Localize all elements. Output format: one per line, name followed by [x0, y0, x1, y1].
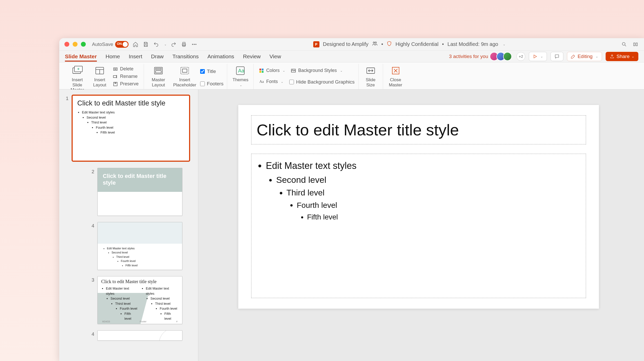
layout-thumbnail-4a[interactable]: Edit Master text styles Second level Thi…: [97, 222, 182, 270]
share-button[interactable]: Share ⌄: [606, 52, 638, 61]
ribbon-group-close: Close Master: [383, 64, 408, 89]
svg-rect-21: [182, 69, 187, 72]
slide-size-button[interactable]: Slide Size ⌄: [362, 64, 379, 92]
layout-thumbnail-4b[interactable]: [97, 330, 182, 341]
share-people-icon[interactable]: [372, 41, 378, 48]
slide-size-icon: [365, 65, 376, 76]
thumb-number: 4: [89, 330, 94, 337]
layout-thumb-row: 4 Edit Master text styles Second level T…: [63, 222, 194, 270]
activities-link[interactable]: 3 activities for you: [449, 54, 488, 59]
slide-editor-area[interactable]: Click to edit Master title style Edit Ma…: [198, 89, 644, 361]
colors-icon: [259, 68, 264, 73]
maximize-window-button[interactable]: [81, 42, 86, 47]
minimize-window-button[interactable]: [73, 42, 78, 47]
present-button[interactable]: ⌄: [529, 52, 547, 61]
more-icon[interactable]: [191, 41, 198, 48]
thumb-number: 1: [63, 95, 69, 101]
editing-dropdown-caret[interactable]: ⌄: [596, 55, 598, 58]
more-presence-badge[interactable]: +2: [516, 52, 525, 61]
background-icon: [291, 68, 296, 73]
tab-insert[interactable]: Insert: [129, 51, 142, 62]
search-icon[interactable]: [621, 41, 628, 48]
svg-point-4: [194, 44, 195, 45]
presence-avatars[interactable]: [492, 52, 512, 61]
background-styles-button[interactable]: Background Styles⌄: [289, 67, 354, 74]
editing-mode-button[interactable]: Editing ⌄: [567, 52, 602, 61]
delete-icon: [113, 67, 118, 72]
ribbon-group-master-layout: Master Layout ⌄ Insert Placeholder ⌄ Tit…: [144, 64, 227, 89]
print-icon[interactable]: [181, 41, 187, 48]
svg-point-3: [192, 44, 193, 45]
colors-fonts-stack: Colors⌄ AaFonts⌄: [257, 64, 287, 85]
document-title[interactable]: Designed to Amplify: [323, 41, 369, 47]
close-window-button[interactable]: [64, 42, 69, 47]
save-icon[interactable]: [142, 41, 149, 48]
svg-point-5: [196, 44, 196, 45]
avatar-3[interactable]: [503, 52, 512, 61]
sensitivity-label[interactable]: Highly Confidential: [395, 41, 438, 47]
autosave-toggle[interactable]: AutoSave ON: [92, 41, 129, 48]
tabbar-right: 3 activities for you +2 ⌄ Editing ⌄: [449, 52, 638, 61]
layout-thumbnail-2[interactable]: Click to edit Master title style: [97, 168, 182, 216]
svg-text:Aa: Aa: [238, 68, 245, 73]
svg-point-7: [375, 42, 377, 44]
last-modified-dropdown[interactable]: ⌄: [503, 43, 505, 46]
master-title-text[interactable]: Click to edit Master title style: [257, 121, 581, 139]
last-modified-label[interactable]: Last Modified: 9m ago: [447, 41, 498, 47]
ribbon-group-size: Slide Size ⌄: [359, 64, 383, 89]
body-placeholder[interactable]: Edit Master text styles Second level Thi…: [251, 154, 586, 298]
layout-thumbnail-3[interactable]: Click to edit Master title style Edit Ma…: [97, 276, 182, 324]
title-checkbox[interactable]: Title: [200, 68, 223, 75]
insert-placeholder-button[interactable]: Insert Placeholder ⌄: [172, 64, 198, 92]
collapse-ribbon-icon[interactable]: [632, 41, 639, 48]
thumbnail-panel[interactable]: 1 Click to edit Master title style Edit …: [59, 89, 198, 361]
slide-canvas[interactable]: Click to edit Master title style Edit Ma…: [238, 105, 599, 309]
master-bullet-list[interactable]: Edit Master text styles Second level Thi…: [257, 159, 580, 223]
autosave-switch[interactable]: ON: [115, 41, 129, 48]
present-dropdown-caret[interactable]: ⌄: [540, 55, 543, 58]
tab-draw[interactable]: Draw: [151, 51, 164, 62]
fonts-button[interactable]: AaFonts⌄: [257, 78, 287, 85]
placeholder-icon: [179, 65, 190, 76]
thumb-bullets: Edit Master text styles Second level Thi…: [77, 110, 184, 135]
footers-checkbox[interactable]: Footers: [200, 80, 223, 88]
insert-layout-button[interactable]: Insert Layout: [91, 64, 109, 87]
colors-button[interactable]: Colors⌄: [257, 67, 287, 74]
delete-button[interactable]: Delete: [111, 65, 140, 72]
close-master-button[interactable]: Close Master: [387, 64, 405, 87]
redo-icon[interactable]: [170, 41, 177, 48]
undo-dropdown-caret[interactable]: ⌄: [164, 43, 167, 46]
tab-view[interactable]: View: [269, 51, 281, 62]
master-thumbnail[interactable]: Click to edit Master title style Edit Ma…: [72, 95, 190, 162]
close-icon: [390, 65, 401, 76]
master-layout-button[interactable]: Master Layout ⌄: [148, 64, 169, 92]
tab-transitions[interactable]: Transitions: [172, 51, 199, 62]
preserve-icon: [113, 81, 118, 87]
app-window: AutoSave ON ⌄ P Designed to Amplify • Hi…: [59, 38, 644, 361]
separator-dot: •: [381, 41, 383, 47]
title-placeholder[interactable]: Click to edit Master title style: [251, 115, 586, 144]
tab-review[interactable]: Review: [243, 51, 261, 62]
preserve-button[interactable]: Preserve: [111, 80, 140, 87]
tab-animations[interactable]: Animations: [207, 51, 234, 62]
home-icon[interactable]: [132, 41, 139, 48]
svg-rect-24: [259, 69, 261, 70]
comments-button[interactable]: [550, 52, 563, 61]
insert-slide-master-button[interactable]: Insert Slide Master: [66, 64, 88, 93]
undo-icon[interactable]: [153, 41, 159, 48]
themes-button[interactable]: Aa Themes ⌄: [231, 64, 250, 87]
svg-rect-27: [262, 71, 264, 73]
rename-button[interactable]: Rename: [111, 73, 140, 80]
slide-master-icon: [72, 65, 83, 76]
tab-slide-master[interactable]: Slide Master: [65, 51, 97, 62]
placeholder-checkboxes: Title Footers: [200, 64, 223, 88]
svg-rect-20: [181, 67, 189, 74]
background-stack: Background Styles⌄ Hide Background Graph…: [289, 64, 354, 86]
share-label: Share: [616, 54, 630, 59]
tab-home[interactable]: Home: [106, 51, 120, 62]
layout-thumb-row: 3 Click to edit Master title style Edit …: [63, 276, 194, 324]
hide-background-checkbox[interactable]: Hide Background Graphics: [289, 78, 354, 86]
workspace: 1 Click to edit Master title style Edit …: [59, 89, 644, 361]
ribbon-group-background: Colors⌄ AaFonts⌄ Background Styles⌄ Hide…: [254, 64, 358, 89]
window-controls: [64, 42, 86, 47]
